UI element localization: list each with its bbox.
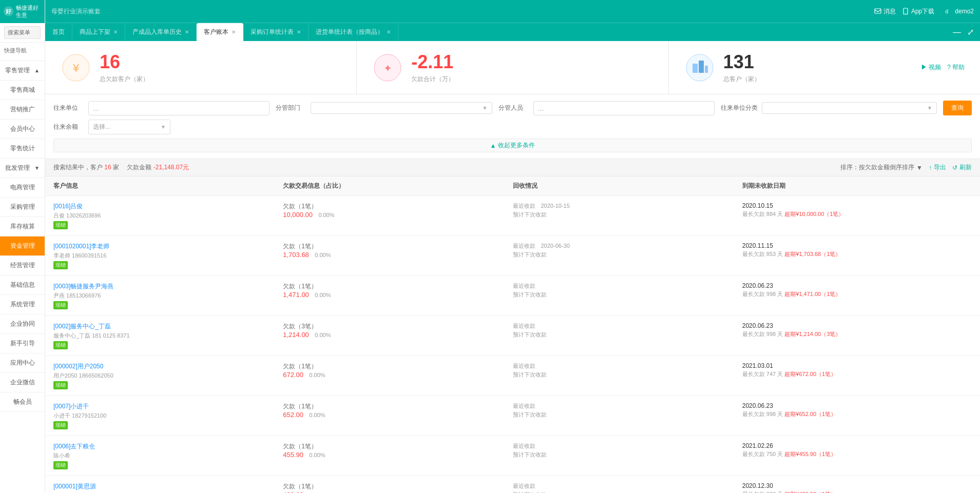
sidebar-item-inventory-check[interactable]: 库存核算	[0, 217, 45, 236]
search-menu-button[interactable]: 搜索菜单	[4, 26, 41, 39]
export-button[interactable]: ↑ 导出	[929, 163, 946, 172]
sort-arrow: ▼	[916, 164, 923, 171]
sidebar-item-ecommerce-mgmt[interactable]: 电商管理	[0, 178, 45, 198]
export-icon: ↑	[929, 164, 932, 171]
tab-product-history[interactable]: 产成品入库单历史 ✕	[125, 23, 197, 42]
total-customers-label: 总客户（家）	[723, 75, 913, 84]
dept-select[interactable]: ▼	[311, 102, 492, 114]
customer-tag-3: 现销	[53, 341, 68, 349]
overdue-link-0[interactable]: 超期¥10,000.00（1笔）	[784, 211, 844, 217]
sidebar-item-batch-mgmt[interactable]: 批发管理 ▼	[0, 159, 45, 178]
customer-name-5[interactable]: [0007]小进干	[53, 403, 89, 410]
customer-phone-5: 小进干 18279152100	[53, 412, 283, 420]
sidebar-item-enterprise-wechat[interactable]: 企业微信	[0, 373, 45, 392]
query-button[interactable]: 查询	[943, 101, 972, 115]
person-dots: ...	[538, 104, 544, 112]
debt-amount-2: 1,471.00	[283, 291, 309, 299]
person-input-wrapper[interactable]: ...	[533, 101, 715, 115]
customer-name-6[interactable]: [0006]去下粮仓	[53, 443, 95, 450]
tab-close-product-listing[interactable]: ✕	[113, 29, 118, 35]
tab-purchase-summary[interactable]: 采购订单统计表 ✕	[243, 23, 309, 42]
sidebar-item-retail-stats[interactable]: 零售统计	[0, 139, 45, 159]
debt-customers-label: 总欠款客户（家）	[100, 75, 341, 84]
unit-class-select[interactable]: ▼	[762, 102, 937, 114]
filter-area: 往来单位 ... 分管部门 ▼	[45, 94, 980, 159]
recovery-cell-4: 最近收款 预计下次收款	[513, 362, 742, 379]
collapse-icon: ▲	[490, 142, 496, 149]
overdue-link-2[interactable]: 超期¥1,471.00（1笔）	[784, 291, 841, 297]
recovery-cell-1: 最近收款 2020-06-30 预计下次收款	[513, 242, 742, 259]
recovery-cell-5: 最近收款 预计下次收款	[513, 402, 742, 419]
customer-phone-4: 用户2050 18665062050	[53, 372, 283, 380]
sidebar-item-enterprise-collab[interactable]: 企业协同	[0, 314, 45, 334]
customer-name-3[interactable]: [0002]服务中心_丁磊	[53, 323, 111, 330]
customer-name-4[interactable]: [000002]用户2050	[53, 363, 103, 370]
tab-close-customer-account[interactable]: ✕	[232, 29, 236, 35]
table-row: [0016]吕俊 吕俊 13026203696 现销 欠款（1笔） 10,000…	[45, 196, 980, 236]
help-action[interactable]: ? 帮助	[947, 63, 965, 72]
user-menu[interactable]: d demo2	[940, 5, 974, 17]
sidebar-menu: 零售管理 ▲ 零售商城 营销推广 会员中心 零售统计 批发管理 ▼ 电商管理	[0, 61, 45, 493]
tab-close-product-history[interactable]: ✕	[185, 29, 189, 35]
balance-select[interactable]: 选择... ▼	[88, 120, 170, 134]
tab-incoming-stats[interactable]: 进货单统计表（按商品） ✕	[309, 23, 398, 42]
overdue-link-3[interactable]: 超期¥1,214.00（3笔）	[784, 331, 841, 337]
content-area: ¥ 16 总欠款客户（家） ✦	[45, 41, 980, 493]
table: 客户信息 欠款交易信息（占比） 回收情况 到期未收款日期 [0016]吕俊 吕俊…	[45, 176, 980, 493]
debt-count-2: 欠款（1笔）	[283, 282, 512, 291]
balance-placeholder: 选择...	[93, 123, 161, 131]
sidebar-item-member-center[interactable]: 会员中心	[0, 120, 45, 139]
video-action[interactable]: ▶ 视频	[921, 63, 941, 72]
sidebar-item-marketing[interactable]: 营销推广	[0, 100, 45, 120]
sidebar-item-business-mgmt[interactable]: 经营管理	[0, 256, 45, 275]
overdue-link-5[interactable]: 超期¥652.00（1笔）	[784, 411, 836, 417]
tab-close-incoming-stats[interactable]: ✕	[387, 29, 391, 35]
sidebar-item-finance-mgmt[interactable]: 资金管理	[0, 236, 45, 256]
sidebar-item-retail-mgmt[interactable]: 零售管理 ▲	[0, 61, 45, 81]
app-download-button[interactable]: App下载	[902, 7, 934, 16]
overdue-link-7[interactable]: 超期¥429.00（1笔）	[784, 491, 836, 493]
overdue-link-4[interactable]: 超期¥672.00（1笔）	[784, 371, 836, 377]
customer-tag-4: 现销	[53, 381, 68, 389]
refresh-button[interactable]: ↺ 刷新	[952, 163, 972, 172]
collapse-button[interactable]: ▲ 收起更多条件	[54, 139, 971, 152]
tabs-maximize-button[interactable]: ⤢	[965, 27, 976, 37]
overdue-link-1[interactable]: 超期¥1,703.68（1笔）	[784, 251, 841, 257]
customer-name-2[interactable]: [0003]畅捷服务尹海燕	[53, 283, 113, 290]
tab-product-listing[interactable]: 商品上下架 ✕	[72, 23, 125, 42]
sidebar-item-system-mgmt[interactable]: 系统管理	[0, 295, 45, 314]
result-info: 搜索结果中，客户 16 家 欠款金额 -21,148.07元	[53, 163, 189, 172]
sidebar-item-app-center[interactable]: 应用中心	[0, 353, 45, 373]
tab-close-purchase-summary[interactable]: ✕	[297, 29, 301, 35]
svg-point-4	[905, 13, 906, 14]
customer-name-7[interactable]: [000001]黄思源	[53, 483, 96, 490]
table-row: [0002]服务中心_丁磊 服务中心_丁磊 181 0125 8371 现销 欠…	[45, 316, 980, 356]
debt-cell-5: 欠款（1笔） 652.00 0.00%	[283, 402, 512, 419]
overdue-link-6[interactable]: 超期¥455.90（1笔）	[784, 451, 836, 457]
sidebar-item-retail-mall[interactable]: 零售商城	[0, 81, 45, 100]
debt-amount-number: -2.11	[411, 51, 652, 73]
company-name: 母婴行业演示账套	[51, 7, 101, 16]
due-cell-5: 2020.06.23 最长欠款 998 天 超期¥652.00（1笔）	[742, 402, 972, 418]
customer-name-1[interactable]: [0001020001]李老师	[53, 243, 109, 250]
sidebar-item-new-guide[interactable]: 新手引导	[0, 334, 45, 353]
stat-card-actions: ▶ 视频 ? 帮助	[921, 63, 965, 72]
sidebar-item-purchase-mgmt[interactable]: 采购管理	[0, 198, 45, 217]
col-due-date: 到期未收款日期	[742, 182, 972, 190]
from-unit-input-wrapper[interactable]: ...	[88, 101, 270, 115]
message-icon	[874, 8, 881, 15]
customer-cell-4: [000002]用户2050 用户2050 18665062050 现销	[53, 362, 283, 389]
sidebar-item-vip-member[interactable]: 畅会员	[0, 392, 45, 412]
debt-cell-4: 欠款（1笔） 672.00 0.00%	[283, 362, 512, 379]
sort-selector[interactable]: 排序：按欠款金额倒序排序 ▼	[840, 163, 923, 172]
tab-home[interactable]: 首页	[45, 23, 72, 42]
tabs-minimize-button[interactable]: —	[951, 28, 963, 37]
message-button[interactable]: 消息	[874, 7, 896, 16]
debt-amount-3: 1,214.00	[283, 331, 309, 339]
customer-name-0[interactable]: [0016]吕俊	[53, 203, 83, 210]
debt-cell-2: 欠款（1笔） 1,471.00 0.00%	[283, 282, 512, 299]
sidebar-item-basic-info[interactable]: 基础信息	[0, 275, 45, 295]
debt-percent-0: 0.00%	[318, 212, 334, 218]
due-cell-6: 2021.02.26 最长欠款 750 天 超期¥455.90（1笔）	[742, 442, 972, 458]
tab-customer-account[interactable]: 客户账本 ✕	[197, 23, 243, 42]
